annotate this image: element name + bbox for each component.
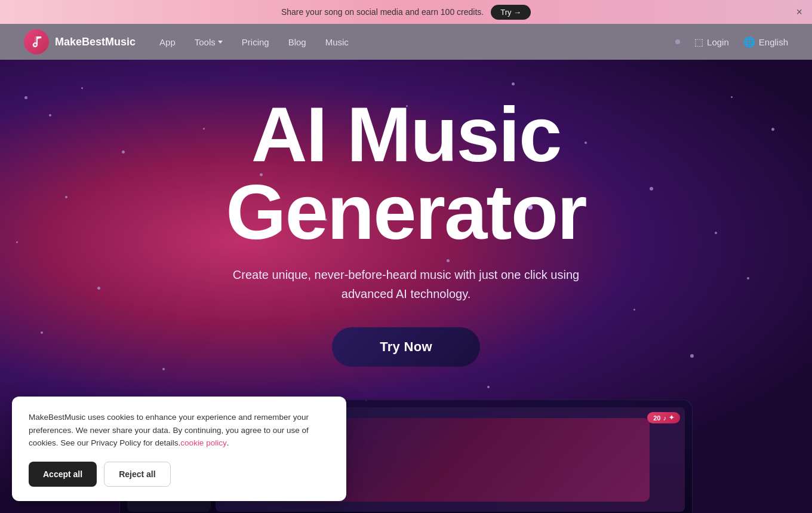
- dot-decoration: [512, 82, 515, 85]
- preview-badge: 20 ♪ ✦: [647, 412, 680, 423]
- cookie-text: MakeBestMusic uses cookies to enhance yo…: [29, 411, 330, 450]
- hero-subtitle: Create unique, never-before-heard music …: [215, 265, 597, 303]
- star-icon: ✦: [669, 414, 674, 422]
- nav-music[interactable]: Music: [325, 37, 349, 47]
- dot-decoration: [81, 87, 83, 89]
- music-logo-icon: [29, 35, 44, 49]
- announcement-bar: Share your song on social media and earn…: [0, 0, 812, 24]
- cookie-actions: Accept all Reject all: [29, 462, 330, 487]
- accept-all-button[interactable]: Accept all: [29, 462, 97, 487]
- brand-logo[interactable]: MakeBestMusic: [24, 29, 136, 54]
- nav-dot-decoration: [675, 39, 680, 44]
- nav-links: App Tools Pricing Blog Music: [159, 37, 675, 47]
- brand-name: MakeBestMusic: [55, 36, 136, 48]
- nav-blog[interactable]: Blog: [288, 37, 306, 47]
- nav-pricing[interactable]: Pricing: [242, 37, 269, 47]
- try-banner-button[interactable]: Try →: [491, 5, 531, 20]
- login-icon: ⬚: [694, 36, 703, 48]
- try-now-button[interactable]: Try Now: [332, 327, 480, 367]
- hero-title: AI Music Generator: [226, 96, 586, 251]
- navbar: MakeBestMusic App Tools Pricing Blog Mus…: [0, 24, 812, 60]
- hero-content: AI Music Generator Create unique, never-…: [0, 96, 812, 367]
- cookie-banner: MakeBestMusic uses cookies to enhance yo…: [12, 397, 346, 501]
- language-button[interactable]: 🌐 English: [743, 36, 788, 48]
- cookie-policy-link[interactable]: cookie policy: [180, 438, 226, 447]
- nav-right: ⬚ Login 🌐 English: [675, 36, 788, 48]
- tools-chevron-icon: [218, 41, 223, 44]
- login-button[interactable]: ⬚ Login: [694, 36, 729, 48]
- globe-icon: 🌐: [743, 36, 755, 48]
- logo-circle: [24, 29, 49, 54]
- nav-tools[interactable]: Tools: [195, 37, 223, 47]
- close-announcement-button[interactable]: ×: [796, 7, 802, 17]
- nav-app[interactable]: App: [159, 37, 176, 47]
- music-note-icon: ♪: [663, 414, 667, 422]
- announcement-text: Share your song on social media and earn…: [281, 7, 484, 17]
- reject-all-button[interactable]: Reject all: [104, 462, 170, 487]
